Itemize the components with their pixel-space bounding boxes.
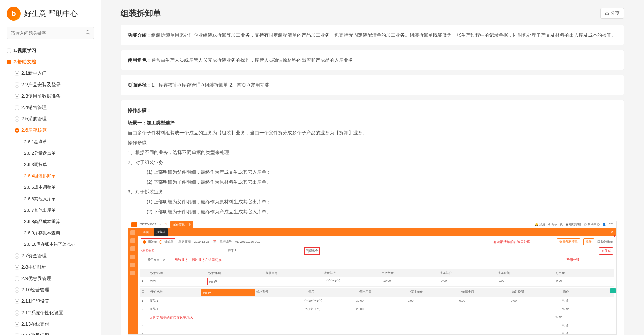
nav-264[interactable]: 2.6.4组装拆卸单 — [7, 170, 94, 182]
plus-icon — [15, 333, 19, 335]
plus-icon — [15, 94, 19, 99]
plus-icon — [15, 276, 19, 281]
nav-28[interactable]: 2.8手机旺铺 — [7, 262, 94, 273]
nav-265[interactable]: 2.6.5成本调整单 — [7, 182, 94, 193]
ss-topbar: TEST-H002 ▾ ♡ 完善信息一下 🔔 消息 ⊕ App下载 ◉ 在线客服… — [128, 221, 616, 228]
plus-icon — [15, 254, 19, 258]
substeps-label: 操作步骤： — [128, 138, 617, 148]
nav-211[interactable]: 2.11打印设置 — [7, 296, 94, 307]
embedded-screenshot: TEST-H002 ▾ ♡ 完善信息一下 🔔 消息 ⊕ App下载 ◉ 在线客服… — [128, 221, 617, 335]
ss-tabs: 首页 拆装单 ✕ — [138, 228, 616, 236]
nav-212[interactable]: 2.12系统个性化设置 — [7, 307, 94, 319]
minus-icon — [15, 128, 19, 133]
plus-icon — [15, 322, 19, 327]
nav-26[interactable]: 2.6库存核算 — [7, 125, 94, 136]
step-2a: (1) 上部明细为父件明细，最终作为产成品生成其它入库单； — [128, 167, 617, 177]
ss-tab-home: 首页 — [140, 228, 152, 236]
intro-label: 功能介绍： — [128, 32, 151, 38]
ss-form: 组装单 拆卸单 单据日期 2019-12-26📅 单据编号 AD-2019122… — [138, 236, 616, 268]
plus-icon — [15, 288, 19, 292]
ss-env: TEST-H002 — [140, 222, 156, 227]
ss-btn-list: 选择配料清单 — [557, 238, 580, 245]
plus-icon — [15, 117, 19, 121]
ss-radio-group: 组装单 拆卸单 — [141, 238, 175, 245]
logo-row: b 好生意 帮助中心 — [7, 7, 94, 21]
nav-261[interactable]: 2.6.1盘点单 — [7, 136, 94, 148]
minus-icon — [7, 60, 11, 64]
ss-user: CC — [609, 222, 613, 227]
nav-266[interactable]: 2.6.6其他入库单 — [7, 193, 94, 205]
plus-icon — [15, 82, 19, 87]
steps-heading: 操作步骤： — [128, 108, 151, 113]
step-3b: (2) 下部明细为子件明细，最终作为产成品生成其它入库单。 — [128, 207, 617, 217]
search-box — [7, 27, 94, 39]
step-2: 2、对于组装业务 — [128, 158, 617, 167]
steps-card: 操作步骤： 场景一：加工类型选择 当由多个子件材料组装成一个成品的业务为【组装】… — [121, 100, 624, 335]
role-label: 使用角色： — [128, 57, 151, 63]
main-content: 组装拆卸单 分享 功能介绍：组装拆卸单用来处理企业组装或拆卸等加工业务，支持有固… — [101, 0, 644, 335]
nav-2610[interactable]: 2.6.10库存账本错了怎么办 — [7, 239, 94, 250]
plus-icon — [15, 299, 19, 304]
intro-text: 组装拆卸单用来处理企业组装或拆卸等加工业务，支持有固定装配清单的产品加工业务，也… — [151, 32, 616, 38]
plus-icon — [7, 48, 11, 53]
nav-268[interactable]: 2.6.8商品成本重算 — [7, 216, 94, 227]
nav-269[interactable]: 2.6.9库存账本查询 — [7, 227, 94, 239]
nav-25[interactable]: 2.5采购管理 — [7, 113, 94, 125]
ss-save-icon: ⊕ 保存 — [599, 247, 613, 255]
search-icon[interactable] — [85, 30, 91, 36]
svg-line-1 — [89, 33, 90, 34]
ss-note2: 组装业务、拆卸业务在这里切换 — [175, 257, 222, 263]
plus-icon — [15, 71, 19, 76]
step-2b: (2) 下部明细为子件明细，最终作为原材料生成其它出库单。 — [128, 177, 617, 187]
ss-btn-op: 操作 — [583, 238, 594, 245]
path-card: 页面路径：1、库存核算->库存管理->组装拆卸单 2、首页->常用功能 — [121, 75, 624, 95]
plus-icon — [15, 105, 19, 110]
path-label: 页面路径： — [128, 82, 151, 88]
ss-tab-doc: 拆装单 — [154, 228, 168, 236]
role-card: 使用角色：通常由生产人员或库管人员完成拆装业务的操作，库管人员确认原材料的出库和… — [121, 50, 624, 70]
ss-logo-icon — [131, 222, 137, 227]
step-3a: (1) 上部明细为父件明细，最终作为原材料生成其它出库单； — [128, 197, 617, 207]
nav-video[interactable]: 1.视频学习 — [7, 45, 94, 56]
site-title: 好生意 帮助中心 — [24, 9, 78, 19]
ss-table: ☐ *父件名称*父件条码规格型号计量单位生产数量成本单价成本金额可用量 1 米米… — [138, 268, 616, 335]
plus-icon — [15, 265, 19, 270]
ss-left-nav — [128, 228, 138, 335]
nav-24[interactable]: 2.4销售管理 — [7, 102, 94, 113]
ss-dept: 到调出仓 — [304, 247, 320, 255]
svg-point-0 — [86, 31, 89, 34]
nav-21[interactable]: 2.1新手入门 — [7, 68, 94, 79]
intro-card: 功能介绍：组装拆卸单用来处理企业组装或拆卸等加工业务，支持有固定装配清单的产品加… — [121, 25, 624, 45]
nav-267[interactable]: 2.6.7其他出库单 — [7, 205, 94, 216]
page-title: 组装拆卸单 — [121, 8, 161, 19]
search-input[interactable] — [7, 27, 94, 39]
sidebar: b 好生意 帮助中心 1.视频学习 2.帮助文档 2.1新手入门 2.2产品安装… — [0, 0, 101, 335]
ss-avatar: 👤 — [602, 222, 606, 227]
nav-210[interactable]: 2.10经营管理 — [7, 284, 94, 296]
ss-help: ◎ 帮助中心 — [584, 222, 600, 227]
role-text: 通常由生产人员或库管人员完成拆装业务的操作，库管人员确认原材料的出库和产成品的入… — [151, 57, 353, 63]
nav-docs[interactable]: 2.帮助文档 — [7, 56, 94, 68]
ss-msg: 🔔 消息 — [535, 222, 545, 227]
ss-note1: 有装配清单的在这里处理 — [493, 239, 530, 245]
path-text: 1、库存核算->库存管理->组装拆卸单 2、首页->常用功能 — [151, 82, 269, 88]
ss-service: ◉ 在线客服 — [566, 222, 581, 227]
ss-btn-fast: ☐ 快速录单 — [597, 239, 613, 245]
plus-icon — [15, 311, 19, 315]
ss-top-btn: 完善信息一下 — [170, 221, 193, 228]
nav-263[interactable]: 2.6.3调拨单 — [7, 159, 94, 170]
nav-27[interactable]: 2.7资金管理 — [7, 250, 94, 262]
nav-262[interactable]: 2.6.2分量盘点单 — [7, 148, 94, 159]
nav-tree: 1.视频学习 2.帮助文档 2.1新手入门 2.2产品安装及登录 2.3使用前数… — [7, 45, 94, 335]
nav-23[interactable]: 2.3使用前数据准备 — [7, 91, 94, 102]
ss-app: ⊕ App下载 — [548, 222, 563, 227]
nav-22[interactable]: 2.2产品安装及登录 — [7, 79, 94, 91]
step-3: 3、对于拆装业务 — [128, 187, 617, 197]
nav-29[interactable]: 2.9优惠券管理 — [7, 273, 94, 284]
share-button[interactable]: 分享 — [600, 8, 624, 19]
step-1: 1、根据不同的业务，选择不同单据的类型来处理 — [128, 148, 617, 157]
nav-213[interactable]: 2.13在线支付 — [7, 319, 94, 330]
ss-note3: 费用处理 — [566, 257, 580, 263]
logo-icon: b — [7, 7, 21, 21]
nav-214[interactable]: 2.14常见问题 — [7, 330, 94, 335]
